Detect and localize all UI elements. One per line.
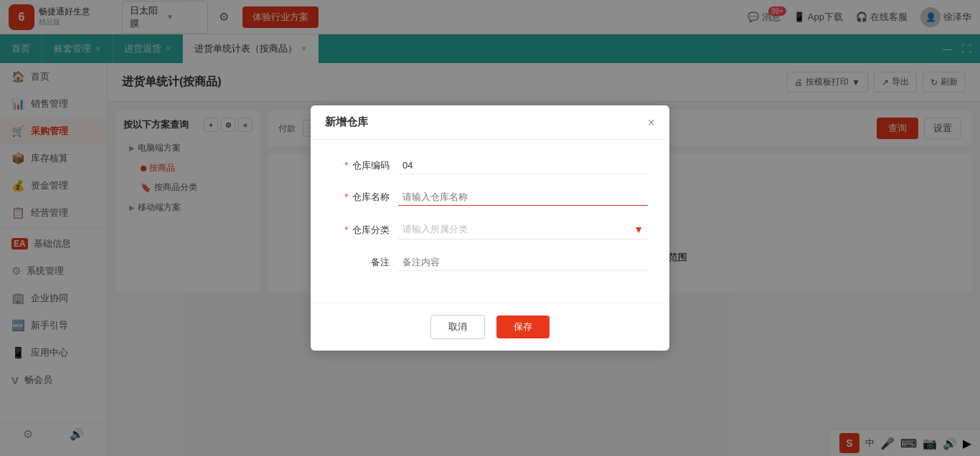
remark-input[interactable]	[398, 254, 648, 271]
modal-overlay[interactable]: 新增仓库 × * 仓库编码 * 仓库名称	[0, 0, 980, 456]
category-select[interactable]: 请输入所属分类 ▼	[398, 220, 648, 239]
remark-label: 备注	[332, 256, 390, 269]
dialog-close-button[interactable]: ×	[647, 116, 655, 129]
form-row-name: * 仓库名称	[332, 189, 648, 206]
cancel-button[interactable]: 取消	[430, 315, 485, 339]
code-label: * 仓库编码	[332, 159, 390, 172]
name-label: * 仓库名称	[332, 191, 390, 204]
dialog-header: 新增仓库 ×	[311, 105, 669, 140]
dialog-footer: 取消 保存	[311, 303, 669, 351]
form-row-code: * 仓库编码	[332, 157, 648, 174]
dialog-body: * 仓库编码 * 仓库名称 * 仓库分类	[311, 140, 669, 303]
form-row-category: * 仓库分类 请输入所属分类 ▼	[332, 220, 648, 239]
name-input[interactable]	[398, 189, 648, 206]
form-row-remark: 备注	[332, 254, 648, 271]
category-placeholder: 请输入所属分类	[402, 223, 468, 236]
save-button[interactable]: 保存	[496, 315, 550, 338]
code-input[interactable]	[398, 157, 648, 174]
dialog-new-warehouse: 新增仓库 × * 仓库编码 * 仓库名称	[311, 105, 669, 351]
category-label: * 仓库分类	[332, 224, 390, 237]
dialog-title: 新增仓库	[325, 115, 368, 129]
category-dropdown-icon: ▼	[633, 224, 644, 235]
